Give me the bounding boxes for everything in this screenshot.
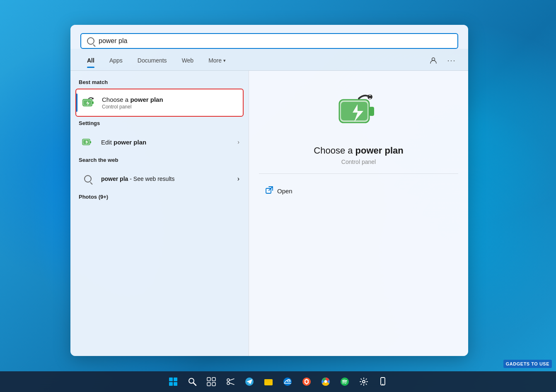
edge-icon bbox=[283, 377, 292, 386]
best-match-title: Choose a power plan bbox=[102, 96, 163, 103]
svg-rect-23 bbox=[207, 382, 210, 386]
scissors-icon bbox=[226, 377, 235, 386]
preview-icon-area bbox=[334, 87, 384, 137]
taskbar-edge-button[interactable] bbox=[279, 373, 296, 390]
chrome-icon bbox=[321, 377, 330, 386]
search-input[interactable] bbox=[99, 37, 452, 45]
svg-rect-22 bbox=[212, 378, 215, 381]
account-icon bbox=[429, 56, 438, 65]
search-icon bbox=[87, 37, 94, 45]
web-item-title-bold: power pla bbox=[101, 176, 128, 182]
settings-label: Settings bbox=[75, 118, 244, 130]
taskbar-taskview-button[interactable] bbox=[203, 373, 220, 390]
tab-apps[interactable]: Apps bbox=[103, 54, 129, 67]
taskbar-spotify-button[interactable] bbox=[336, 373, 353, 390]
chevron-down-icon: ▾ bbox=[223, 58, 226, 63]
taskbar bbox=[0, 371, 556, 392]
settings-item-title: Edit power plan bbox=[101, 139, 146, 146]
svg-point-35 bbox=[324, 380, 327, 383]
search-panel: All Apps Documents Web More ▾ ··· bbox=[70, 25, 468, 356]
taskbar-search-button[interactable] bbox=[184, 373, 201, 390]
preview-power-icon bbox=[336, 89, 382, 135]
web-chevron-right-icon: › bbox=[237, 175, 239, 183]
svg-point-25 bbox=[227, 379, 230, 381]
open-external-icon bbox=[266, 186, 273, 196]
settings-item-title-plain: Edit bbox=[101, 139, 114, 146]
preview-title-plain: Choose a bbox=[314, 145, 355, 156]
preview-subtitle: Control panel bbox=[341, 159, 376, 165]
power-plan-icon-small bbox=[81, 95, 96, 110]
watermark: GADGETS TO USE bbox=[503, 360, 552, 368]
settings-item-title-bold: power plan bbox=[114, 139, 146, 146]
taskbar-telegram-button[interactable] bbox=[241, 373, 258, 390]
person-icon-btn[interactable] bbox=[427, 54, 440, 67]
settings-gear-icon bbox=[359, 377, 368, 386]
preview-open-button[interactable]: Open bbox=[259, 182, 458, 200]
photos-label: Photos (9+) bbox=[75, 192, 244, 203]
taskbar-start-button[interactable] bbox=[165, 373, 181, 390]
svg-rect-9 bbox=[369, 107, 374, 116]
preview-title-bold: power plan bbox=[355, 145, 404, 156]
brave-icon bbox=[302, 377, 311, 386]
file-explorer-icon bbox=[264, 377, 273, 386]
web-item-title: power pla - See web results bbox=[101, 176, 237, 182]
taskbar-brave-button[interactable] bbox=[298, 373, 315, 390]
web-search-icon bbox=[84, 175, 92, 183]
tab-documents[interactable]: Documents bbox=[131, 54, 174, 67]
svg-rect-6 bbox=[90, 141, 91, 143]
svg-rect-16 bbox=[174, 378, 177, 381]
svg-point-4 bbox=[92, 98, 94, 99]
taskbar-scissors-button[interactable] bbox=[222, 373, 239, 390]
external-link-icon bbox=[266, 186, 273, 194]
preview-open-label: Open bbox=[277, 188, 293, 195]
ellipsis-icon: ··· bbox=[447, 56, 456, 65]
web-search-label: Search the web bbox=[75, 155, 244, 166]
tabs-area: All Apps Documents Web More ▾ ··· bbox=[70, 49, 468, 67]
web-search-item[interactable]: power pla - See web results › bbox=[75, 166, 244, 191]
svg-point-37 bbox=[363, 380, 365, 383]
chevron-right-icon: › bbox=[237, 139, 239, 145]
taskbar-files-button[interactable] bbox=[260, 373, 277, 390]
more-label: More bbox=[208, 57, 222, 64]
edit-power-plan-icon bbox=[82, 136, 94, 148]
svg-point-39 bbox=[382, 384, 383, 385]
svg-point-26 bbox=[227, 382, 230, 385]
tab-more[interactable]: More ▾ bbox=[202, 54, 232, 67]
settings-item-text: Edit power plan bbox=[101, 139, 146, 146]
best-match-title-plain: Choose a bbox=[102, 96, 130, 103]
svg-line-20 bbox=[193, 383, 196, 386]
svg-line-28 bbox=[230, 383, 234, 385]
best-match-subtitle: Control panel bbox=[102, 104, 163, 110]
web-search-icon-area bbox=[80, 171, 96, 187]
taskbar-phone-button[interactable] bbox=[375, 373, 391, 390]
svg-rect-2 bbox=[92, 101, 94, 104]
svg-rect-17 bbox=[169, 382, 173, 386]
best-match-icon-area bbox=[80, 94, 97, 111]
best-match-text: Choose a power plan Control panel bbox=[102, 96, 163, 110]
preview-divider bbox=[259, 173, 458, 174]
web-item-text: power pla - See web results bbox=[101, 176, 237, 182]
preview-title: Choose a power plan bbox=[314, 145, 403, 156]
spotify-icon bbox=[340, 377, 349, 386]
tabs-right-icons: ··· bbox=[427, 54, 458, 67]
best-match-item[interactable]: Choose a power plan Control panel bbox=[75, 89, 244, 117]
more-options-btn[interactable]: ··· bbox=[445, 54, 458, 67]
settings-item-edit-power[interactable]: Edit power plan › bbox=[75, 130, 244, 154]
best-match-label: Best match bbox=[75, 77, 244, 89]
tab-web[interactable]: Web bbox=[175, 54, 201, 67]
telegram-icon bbox=[245, 377, 254, 386]
search-input-wrapper bbox=[80, 33, 458, 49]
results-panel: Best match Choose a bbox=[70, 71, 249, 356]
preview-panel: Choose a power plan Control panel Open bbox=[249, 71, 468, 356]
best-match-title-bold: power plan bbox=[130, 96, 163, 103]
taskbar-settings-button[interactable] bbox=[355, 373, 372, 390]
settings-item-icon bbox=[80, 134, 96, 150]
svg-rect-21 bbox=[207, 378, 210, 381]
svg-line-27 bbox=[230, 379, 234, 380]
taskbar-taskview-icon bbox=[207, 377, 216, 386]
taskbar-search-icon bbox=[188, 377, 197, 386]
taskbar-chrome-button[interactable] bbox=[317, 373, 334, 390]
tab-all[interactable]: All bbox=[80, 54, 101, 67]
main-content: Best match Choose a bbox=[70, 71, 468, 356]
web-item-title-plain: - See web results bbox=[128, 176, 174, 182]
